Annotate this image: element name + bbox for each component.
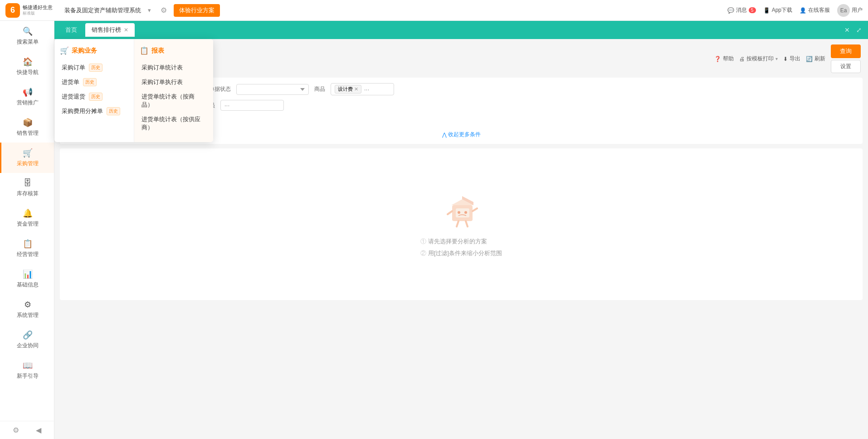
- print-action[interactable]: 🖨 按模板打印 ▾: [739, 55, 778, 63]
- message-label: 消息: [736, 6, 747, 14]
- search-icon: 🔍: [23, 26, 33, 36]
- sales-icon: 📦: [23, 118, 33, 128]
- sidebar-item-label-search: 搜索菜单: [17, 38, 39, 46]
- dropdown-item-inbound[interactable]: 进货单 历史: [60, 75, 128, 89]
- dropdown-item-order-exec[interactable]: 采购订单执行表: [140, 75, 208, 89]
- query-btn[interactable]: 查询: [831, 44, 861, 58]
- tab-bar: 首页 销售排行榜 ✕ ✕ ⤢: [54, 21, 868, 39]
- sidebar-item-inventory[interactable]: 🗄 库存核算: [0, 173, 54, 203]
- header-center: 装备及固定资产辅助管理系统 ▾ ⚙ 体验行业方案: [64, 4, 723, 17]
- guide-icon: 📖: [23, 360, 33, 370]
- goods-more-dots[interactable]: ···: [364, 86, 370, 93]
- user-action[interactable]: Ea 用户: [837, 4, 863, 17]
- sidebar-item-label-enterprise: 企业协同: [17, 342, 39, 350]
- app-download-action[interactable]: 📱 App下载: [763, 6, 792, 14]
- sidebar-item-label-marketing: 营销推广: [17, 99, 39, 107]
- industry-btn[interactable]: 体验行业方案: [174, 4, 220, 17]
- tab-home-label: 首页: [65, 26, 77, 34]
- sidebar-item-marketing[interactable]: 📢 营销推广: [0, 82, 54, 112]
- purchase-section-title: 🛒 采购业务: [60, 46, 128, 55]
- basic-info-icon: 📊: [23, 269, 33, 279]
- top-header: 6 畅捷通好生意 标准版 装备及固定资产辅助管理系统 ▾ ⚙ 体验行业方案 💬 …: [0, 0, 868, 21]
- print-dropdown-icon: ▾: [775, 56, 778, 61]
- help-label: 帮助: [723, 55, 734, 63]
- edition-label: 标准版: [23, 10, 53, 16]
- sidebar-item-sales[interactable]: 📦 销售管理: [0, 112, 54, 143]
- svg-point-4: [458, 211, 460, 214]
- sidebar-item-enterprise[interactable]: 🔗 企业协同: [0, 325, 54, 355]
- avatar: Ea: [837, 4, 850, 17]
- sidebar-item-label-basic-info: 基础信息: [17, 281, 39, 289]
- empty-state-container: ① 请先选择要分析的方案 ② 用[过滤]条件来缩小分析范围: [60, 148, 863, 300]
- goods-tag-remove[interactable]: ✕: [354, 86, 358, 92]
- message-action[interactable]: 💬 消息 5: [727, 6, 756, 14]
- purchase-icon: 🛒: [23, 148, 33, 158]
- sidebar: 🔍 搜索菜单 🏠 快捷导航 📢 营销推广 📦 销售管理 🛒 采购管理 🗄 库存核…: [0, 21, 54, 439]
- dropdown-item-order-stats[interactable]: 采购订单统计表: [140, 60, 208, 75]
- salesman-tag-input[interactable]: ···: [220, 100, 284, 111]
- svg-line-6: [448, 211, 452, 214]
- sidebar-item-search[interactable]: 🔍 搜索菜单: [0, 21, 54, 51]
- tab-close-all-btn[interactable]: ✕: [843, 25, 852, 35]
- sidebar-item-label-purchase: 采购管理: [17, 160, 39, 168]
- sidebar-item-label-finance: 资金管理: [17, 220, 39, 228]
- svg-line-7: [473, 208, 477, 211]
- message-badge: 5: [749, 7, 756, 13]
- settings-gear-icon[interactable]: ⚙: [157, 4, 170, 17]
- online-service-label: 在线客服: [808, 6, 830, 14]
- dropdown-item-inbound-stats-goods[interactable]: 进货单统计表（按商品）: [140, 89, 208, 112]
- tab-close-icon[interactable]: ✕: [124, 27, 128, 33]
- query-settings-group: 查询 设置: [831, 44, 861, 73]
- reports-menu-icon: 📋: [140, 46, 149, 55]
- purchase-order-label: 采购订单: [62, 64, 85, 72]
- help-icon: ❓: [714, 56, 721, 62]
- service-icon: 👤: [800, 7, 806, 14]
- sidebar-item-system[interactable]: ⚙ 系统管理: [0, 294, 54, 325]
- purchase-section: 🛒 采购业务 采购订单 历史 进货单 历史 进货退货 历史 采购费用分摊单 历史: [54, 39, 134, 142]
- logo-text-area: 畅捷通好生意 标准版: [23, 4, 53, 16]
- collapse-btn[interactable]: ⋀ 收起更多条件: [442, 131, 481, 138]
- system-dropdown-btn[interactable]: ▾: [145, 6, 154, 15]
- settings-btn[interactable]: 设置: [831, 60, 861, 73]
- empty-illustration: [439, 189, 484, 230]
- dropdown-item-inbound-return[interactable]: 进货退货 历史: [60, 89, 128, 104]
- empty-tips: ① 请先选择要分析的方案 ② 用[过滤]条件来缩小分析范围: [420, 236, 502, 259]
- dropdown-item-purchase-order[interactable]: 采购订单 历史: [60, 60, 128, 75]
- tab-expand-btn[interactable]: ⤢: [854, 25, 863, 35]
- salesman-more-dots[interactable]: ···: [224, 102, 230, 109]
- inbound-label: 进货单: [62, 78, 79, 86]
- sidebar-item-quick-nav[interactable]: 🏠 快捷导航: [0, 51, 54, 82]
- online-service-action[interactable]: 👤 在线客服: [800, 6, 830, 14]
- sidebar-item-guide[interactable]: 📖 新手引导: [0, 355, 54, 385]
- dropdown-item-inbound-stats-supplier[interactable]: 进货单统计表（按供应商）: [140, 112, 208, 135]
- export-action[interactable]: ⬇ 导出: [783, 55, 800, 63]
- collapse-up-icon: ⋀: [442, 132, 447, 138]
- header-right: 💬 消息 5 📱 App下载 👤 在线客服 Ea 用户: [727, 4, 863, 17]
- goods-tag-text: 设计费: [338, 86, 353, 93]
- goods-tag-input[interactable]: 设计费 ✕ ···: [331, 83, 394, 95]
- sidebar-bottom: ⚙ ◀: [0, 421, 54, 439]
- svg-point-5: [464, 211, 467, 214]
- sidebar-item-basic-info[interactable]: 📊 基础信息: [0, 264, 54, 294]
- tab-home[interactable]: 首页: [59, 23, 83, 37]
- bill-status-select[interactable]: [236, 84, 309, 95]
- sidebar-settings-icon[interactable]: ⚙: [13, 426, 19, 434]
- app-download-label: App下载: [772, 6, 792, 14]
- logo-area: 6 畅捷通好生意 标准版: [5, 3, 60, 18]
- refresh-label: 刷新: [814, 55, 825, 63]
- sidebar-item-finance[interactable]: 🔔 资金管理: [0, 203, 54, 233]
- dropdown-item-purchase-expense[interactable]: 采购费用分摊单 历史: [60, 104, 128, 118]
- sidebar-item-purchase[interactable]: 🛒 采购管理: [0, 143, 54, 173]
- tab-bar-right: ✕ ⤢: [843, 25, 863, 35]
- refresh-action[interactable]: 🔄 刷新: [806, 55, 825, 63]
- sidebar-collapse-icon[interactable]: ◀: [36, 426, 41, 434]
- svg-line-9: [466, 221, 468, 227]
- empty-state: ① 请先选择要分析的方案 ② 用[过滤]条件来缩小分析范围: [60, 162, 863, 286]
- marketing-icon: 📢: [23, 87, 33, 97]
- collapse-label: 收起更多条件: [448, 131, 481, 138]
- help-action[interactable]: ❓ 帮助: [714, 55, 734, 63]
- refresh-icon: 🔄: [806, 56, 813, 62]
- system-icon: ⚙: [24, 300, 31, 310]
- tab-sales-ranking[interactable]: 销售排行榜 ✕: [85, 23, 135, 37]
- sidebar-item-operations[interactable]: 📋 经营管理: [0, 233, 54, 264]
